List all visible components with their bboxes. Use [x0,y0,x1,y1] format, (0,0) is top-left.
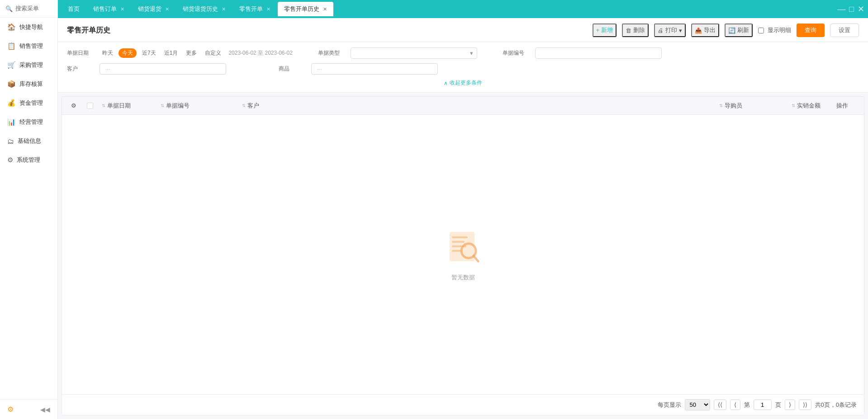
system-icon: ⚙ [7,156,13,164]
sort-icon: ⇅ [102,103,105,108]
tab-retail-open-close[interactable]: ✕ [266,6,270,12]
print-dropdown-icon: ▾ [679,27,682,34]
sidebar-item-finance[interactable]: 💰 资金管理 [0,94,57,113]
refresh-icon: 🔄 [728,27,735,34]
print-button[interactable]: 🖨 打印 ▾ [654,24,686,37]
more-btn[interactable]: 更多 [183,48,199,58]
pagination-summary: 共0页，0条记录 [815,401,857,409]
table-amount-col[interactable]: ⇅ 实销金额 [770,102,824,110]
page-label: 第 [744,401,750,409]
today-btn[interactable]: 今天 [119,48,137,58]
next-page-button[interactable]: ⟩ [785,400,795,410]
page-input[interactable] [754,400,772,410]
last-page-button[interactable]: ⟩⟩ [799,400,811,410]
tab-sales-return-history-label: 销货退货历史 [183,5,218,13]
add-button[interactable]: + 新增 [593,24,617,37]
collapse-filter-btn[interactable]: ∧ 收起更多条件 [67,79,859,87]
tab-retail-open-label: 零售开单 [239,5,263,13]
sidebar-item-label: 经营管理 [19,118,43,126]
tab-sales-return[interactable]: 销货退货 ✕ [132,2,175,16]
goods-filter-input[interactable]: ··· [311,63,438,75]
per-page-label: 每页显示 [658,401,681,409]
display-checkbox[interactable] [758,28,764,33]
table-customer-col[interactable]: ⇅ 客户 [238,102,716,110]
svg-rect-4 [452,250,461,252]
delete-icon: 🗑 [626,27,631,34]
date-range-display: 2023-06-02 至 2023-06-02 [228,49,292,57]
sidebar-item-system[interactable]: ⚙ 系统管理 [0,151,57,169]
table-no-col[interactable]: ⇅ 单据编号 [157,102,238,110]
sidebar-gear-button[interactable]: ⚙ [7,405,14,414]
finance-icon: 💰 [7,99,16,107]
display-toggle[interactable]: 显示明细 [758,26,791,34]
yesterday-btn[interactable]: 昨天 [100,48,116,58]
sidebar-item-label: 库存核算 [19,80,43,88]
tab-home-label: 首页 [68,5,80,13]
filter-row-2: 客户 ··· 商品 ··· [67,63,859,75]
sales-icon: 📋 [7,42,16,50]
sidebar-collapse-button[interactable]: ◀◀ [40,406,50,413]
sidebar-item-purchase[interactable]: 🛒 采购管理 [0,56,57,75]
last7days-btn[interactable]: 近7天 [139,48,159,58]
tab-sales-order-label: 销售订单 [93,5,117,13]
table-settings-col[interactable]: ⚙ [66,102,82,109]
no-filter-input[interactable] [535,47,662,59]
page-header: 零售开单历史 + 新增 🗑 删除 🖨 打印 ▾ 📤 导出 [58,18,868,42]
table-guide-col[interactable]: ⇅ 导购员 [716,102,770,110]
sidebar-item-operation[interactable]: 📊 经营管理 [0,113,57,132]
tab-sales-return-label: 销货退货 [138,5,161,13]
table-header: ⚙ ⇅ 单据日期 ⇅ 单据编号 ⇅ 客户 ⇅ [62,97,864,115]
sort-icon: ⇅ [242,103,246,108]
window-maximize-button[interactable]: □ [849,5,854,14]
first-page-button[interactable]: ⟨⟨ [714,400,726,410]
type-filter-select[interactable]: ▾ [351,47,477,59]
tab-sales-return-history[interactable]: 销货退货历史 ✕ [176,2,232,16]
content-area: 零售开单历史 + 新增 🗑 删除 🖨 打印 ▾ 📤 导出 [58,18,868,419]
tab-retail-open-history-close[interactable]: ✕ [323,6,327,12]
tab-retail-open-history[interactable]: 零售开单历史 ✕ [278,2,333,16]
customer-filter-label: 客户 [67,65,92,73]
no-filter-label: 单据编号 [503,49,528,57]
export-button[interactable]: 📤 导出 [691,24,719,37]
main-area: 首页 销售订单 ✕ 销货退货 ✕ 销货退货历史 ✕ 零售开单 ✕ 零售开单历史 … [58,0,868,419]
tab-bar-right: — □ ✕ [837,4,864,14]
customer-filter-input[interactable]: ··· [100,63,226,75]
last1month-btn[interactable]: 近1月 [161,48,181,58]
tab-sales-return-close[interactable]: ✕ [165,6,169,12]
date-shortcuts: 昨天 今天 近7天 近1月 更多 自定义 2023-06-02 至 2023-0… [100,48,293,58]
tab-home[interactable]: 首页 [62,2,86,16]
table-container: ⚙ ⇅ 单据日期 ⇅ 单据编号 ⇅ 客户 ⇅ [62,96,864,415]
sidebar-item-sales[interactable]: 📋 销售管理 [0,37,57,56]
window-close-button[interactable]: ✕ [858,4,864,14]
sidebar-item-quick-nav[interactable]: 🏠 快捷导航 [0,18,57,37]
setting-button[interactable]: 设置 [830,24,859,37]
delete-button[interactable]: 🗑 删除 [622,24,649,37]
sidebar-search[interactable]: 🔍 搜索采单 [0,0,57,18]
refresh-button[interactable]: 🔄 刷新 [725,24,753,37]
per-page-select[interactable]: 50 10 20 100 [685,399,710,410]
tab-retail-open[interactable]: 零售开单 ✕ [233,2,277,16]
svg-rect-2 [452,241,465,243]
tab-sales-order[interactable]: 销售订单 ✕ [87,2,131,16]
sidebar-item-basic[interactable]: 🗂 基础信息 [0,132,57,151]
toolbar: + 新增 🗑 删除 🖨 打印 ▾ 📤 导出 🔄 [593,24,859,37]
custom-btn[interactable]: 自定义 [202,48,224,58]
sidebar-item-inventory[interactable]: 📦 库存核算 [0,75,57,94]
tab-sales-order-close[interactable]: ✕ [120,6,124,12]
sidebar-footer: ⚙ ◀◀ [0,399,57,419]
print-icon: 🖨 [658,27,664,34]
prev-page-button[interactable]: ⟨ [730,400,740,410]
select-all-checkbox[interactable] [87,103,93,109]
sidebar-item-label: 系统管理 [17,156,40,164]
table-action-col: 操作 [824,102,860,110]
chevron-up-icon: ∧ [444,80,448,86]
operation-icon: 📊 [7,118,16,126]
sidebar-item-label: 基础信息 [18,137,41,145]
window-minimize-button[interactable]: — [837,5,845,14]
table-date-col[interactable]: ⇅ 单据日期 [98,102,157,110]
tab-sales-return-history-close[interactable]: ✕ [222,6,226,12]
query-button[interactable]: 查询 [797,24,825,37]
table-check-col[interactable] [82,103,98,109]
pagination: 每页显示 50 10 20 100 ⟨⟨ ⟨ 第 页 ⟩ ⟩⟩ 共0页，0条记录 [62,394,864,415]
sidebar-item-label: 资金管理 [19,99,43,107]
